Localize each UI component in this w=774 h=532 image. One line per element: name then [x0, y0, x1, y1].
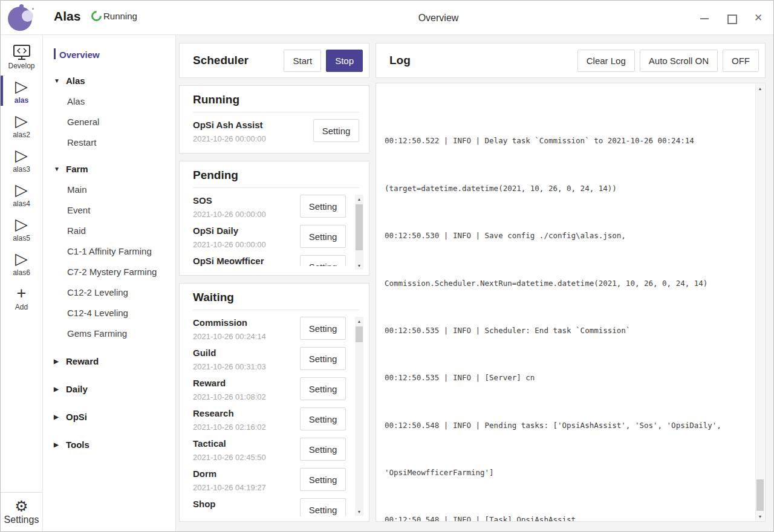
nav-section-label: Alas: [66, 76, 85, 86]
nav-item-main[interactable]: Main: [54, 179, 175, 199]
rail-item-add[interactable]: + Add: [1, 281, 42, 314]
rail-item-alas4[interactable]: ▷ alas4: [1, 178, 42, 210]
nav-item-c7-2-mystery-farming[interactable]: C7-2 Mystery Farming: [54, 261, 175, 282]
rail-item-label: alas4: [13, 199, 30, 208]
rail-item-label: Settings: [4, 514, 39, 525]
play-icon: ▷: [15, 146, 28, 164]
minimize-icon[interactable]: [700, 13, 709, 23]
auto-scroll-off-button[interactable]: OFF: [723, 50, 759, 72]
task-name: Commission: [193, 317, 266, 328]
task-setting-button[interactable]: Setting: [300, 498, 346, 516]
waiting-scrollbar[interactable]: ▲ ▼: [355, 317, 363, 516]
nav-item-c1-1-affinity-farming[interactable]: C1-1 Affinity Farming: [54, 241, 175, 261]
nav-item-overview[interactable]: Overview: [54, 47, 175, 62]
nav-section-reward[interactable]: ▶ Reward: [54, 351, 175, 371]
auto-scroll-on-button[interactable]: Auto Scroll ON: [640, 50, 718, 72]
scroll-down-icon[interactable]: ▼: [355, 507, 363, 516]
task-setting-button[interactable]: Setting: [300, 347, 346, 370]
clear-log-button[interactable]: Clear Log: [577, 50, 635, 72]
nav-item-c12-4-leveling[interactable]: C12-4 Leveling: [54, 302, 175, 323]
task-item: Tactical 2021-10-26 02:45:50 Setting: [193, 438, 346, 468]
app-title: Alas: [54, 9, 80, 24]
pending-panel: Pending SOS 2021-10-26 00:00:00 Setting: [179, 161, 369, 276]
task-name: Research: [193, 407, 266, 419]
scroll-down-icon[interactable]: ▼: [355, 261, 363, 270]
task-setting-button[interactable]: Setting: [300, 468, 346, 491]
task-time: 2021-10-26 01:08:02: [193, 392, 266, 401]
task-setting-button[interactable]: Setting: [300, 195, 346, 218]
task-setting-button[interactable]: Setting: [300, 438, 346, 461]
task-item: SOS 2021-10-26 00:00:00 Setting: [193, 195, 346, 225]
play-icon: ▷: [15, 77, 28, 96]
nav-section-opsi[interactable]: ▶ OpSi: [54, 406, 175, 427]
log-line: 00:12:50.535 | INFO | [Server] cn: [385, 372, 744, 384]
rail-item-label: Develop: [8, 62, 34, 70]
nav-item-gems-farming[interactable]: Gems Farming: [54, 323, 175, 343]
play-icon: ▷: [15, 112, 28, 130]
task-setting-button[interactable]: Setting: [300, 225, 346, 248]
scroll-up-icon[interactable]: ▲: [355, 195, 363, 203]
task-setting-button[interactable]: Setting: [300, 317, 346, 340]
stop-button[interactable]: Stop: [326, 50, 363, 72]
task-setting-button[interactable]: Setting: [300, 255, 346, 266]
task-time: 2021-10-26 00:24:14: [193, 332, 266, 341]
pending-list[interactable]: SOS 2021-10-26 00:00:00 Setting OpSi Dai…: [193, 195, 346, 266]
nav-section-farm[interactable]: ▼ Farm: [54, 158, 175, 179]
chevron-down-icon: ▼: [54, 77, 60, 84]
close-icon[interactable]: ✕: [753, 13, 764, 23]
task-time: 2021-10-26 02:45:50: [193, 453, 266, 462]
scroll-up-icon[interactable]: ▲: [355, 317, 363, 325]
task-item: OpSi Ash Assist 2021-10-26 00:00:00 Sett…: [193, 119, 359, 149]
scroll-down-icon[interactable]: ▼: [756, 512, 764, 521]
nav-section-label: Farm: [66, 164, 88, 174]
nav-section-tools[interactable]: ▶ Tools: [54, 434, 175, 455]
nav-item-event[interactable]: Event: [54, 199, 175, 220]
task-item: Research 2021-10-26 02:16:02 Setting: [193, 407, 346, 438]
task-item: Commission 2021-10-26 00:24:14 Setting: [193, 317, 346, 347]
task-setting-button[interactable]: Setting: [313, 119, 359, 142]
log-output: 00:12:50.522 | INFO | Delay task `Commis…: [385, 88, 744, 522]
task-name: OpSi Meowfficer Farming: [193, 255, 290, 266]
scrollbar-thumb[interactable]: [356, 326, 363, 342]
task-name: OpSi Daily: [193, 225, 266, 236]
task-time: 2021-10-26 00:00:00: [193, 240, 266, 249]
task-item: Guild 2021-10-26 00:31:03 Setting: [193, 347, 346, 377]
scroll-up-icon[interactable]: ▲: [756, 84, 764, 92]
nav-item-c12-2-leveling[interactable]: C12-2 Leveling: [54, 282, 175, 302]
rail-item-alas3[interactable]: ▷ alas3: [1, 143, 42, 176]
play-icon: ▷: [15, 181, 28, 199]
rail-item-settings[interactable]: ⚙ Settings: [1, 492, 42, 531]
task-setting-button[interactable]: Setting: [300, 407, 346, 430]
nav-section-daily[interactable]: ▶ Daily: [54, 378, 175, 399]
scrollbar-thumb[interactable]: [356, 204, 363, 250]
maximize-icon[interactable]: [726, 13, 736, 23]
add-icon: +: [17, 284, 27, 302]
scrollbar-thumb[interactable]: [756, 479, 764, 511]
nav-item-general[interactable]: General: [54, 111, 175, 132]
rail-item-develop[interactable]: Develop: [1, 41, 42, 73]
rail-item-alas[interactable]: ▷ alas: [1, 74, 42, 107]
waiting-title: Waiting: [193, 291, 359, 304]
nav-item-alas[interactable]: Alas: [54, 91, 175, 111]
nav-section-alas[interactable]: ▼ Alas: [54, 70, 175, 91]
title-bar: Alas Running Overview ✕: [1, 1, 773, 35]
task-item: Shop Setting: [193, 498, 346, 516]
rail-item-label: alas3: [13, 165, 30, 174]
status-text: Running: [103, 11, 137, 21]
waiting-list[interactable]: Commission 2021-10-26 00:24:14 Setting G…: [193, 317, 346, 516]
running-list: OpSi Ash Assist 2021-10-26 00:00:00 Sett…: [193, 119, 359, 149]
task-setting-button[interactable]: Setting: [300, 377, 346, 400]
scheduler-status: Running: [91, 11, 137, 21]
rail-item-alas2[interactable]: ▷ alas2: [1, 109, 42, 141]
rail-item-alas6[interactable]: ▷ alas6: [1, 247, 42, 279]
develop-icon: [13, 44, 31, 61]
pending-scrollbar[interactable]: ▲ ▼: [355, 195, 363, 270]
nav-item-restart[interactable]: Restart: [54, 132, 175, 152]
task-name: Tactical: [193, 438, 266, 449]
log-panel[interactable]: 00:12:50.522 | INFO | Delay task `Commis…: [376, 83, 766, 522]
rail-item-label: alas5: [13, 234, 30, 242]
nav-item-raid[interactable]: Raid: [54, 220, 175, 241]
log-scrollbar[interactable]: ▲ ▼: [755, 84, 764, 521]
rail-item-alas5[interactable]: ▷ alas5: [1, 212, 42, 245]
start-button[interactable]: Start: [284, 50, 321, 72]
